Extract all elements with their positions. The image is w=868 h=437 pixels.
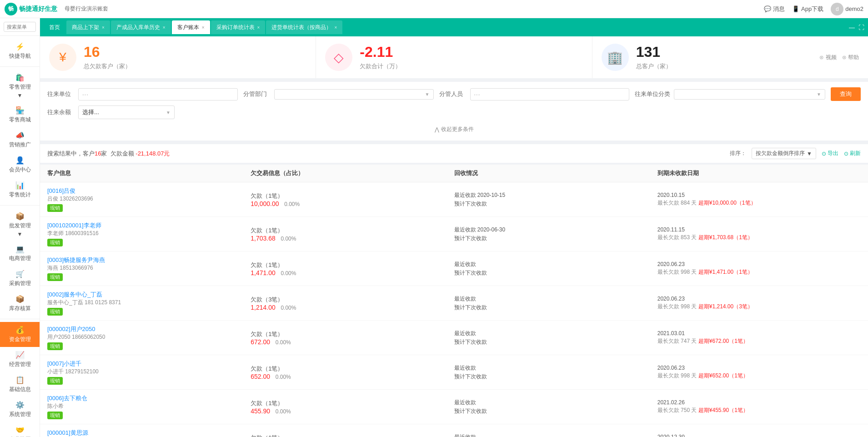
department-select[interactable]: ▼ (274, 89, 434, 100)
app-download-button[interactable]: 📱 App下载 (792, 5, 823, 13)
basic-info-icon: 📋 (15, 376, 25, 384)
customer-name-8[interactable]: [000001]黄思源 (47, 429, 251, 437)
customer-id-5: 用户2050 18665062050 (47, 333, 251, 341)
tab-customer-account-close[interactable]: × (202, 25, 205, 30)
balance-value: 选择... (82, 108, 99, 116)
tab-product-onoff-close[interactable]: × (102, 25, 105, 30)
search-input[interactable] (4, 22, 36, 32)
tab-product-history-close[interactable]: × (163, 25, 166, 30)
sidebar-item-fastnav[interactable]: ⚡ 快捷导航 (0, 39, 40, 64)
customer-name-1[interactable]: [0016]吕俊 (47, 187, 251, 195)
return-cell-1: 最近收款 2020-10-15 预计下次收款 (454, 191, 657, 208)
message-icon: 💬 (764, 5, 771, 12)
return-cell-5: 最近收款 预计下次收款 (454, 330, 657, 346)
sidebar-item-operations[interactable]: 📈 经营管理 (0, 347, 40, 372)
tab-product-history[interactable]: 产成品入库单历史 × (111, 20, 171, 34)
customer-name-3[interactable]: [0003]畅捷服务尹海燕 (47, 256, 251, 264)
tab-product-onoff[interactable]: 商品上下架 × (66, 20, 110, 34)
sort-value: 按欠款金额倒序排序 (756, 150, 805, 157)
wholesale-arrow: ▼ (17, 231, 23, 237)
customer-name-7[interactable]: [0006]去下粮仓 (47, 394, 251, 402)
tab-expand-icon[interactable]: ⛶ (858, 24, 864, 31)
export-button[interactable]: ⊙ 导出 (822, 150, 838, 157)
sort-label: 排序： (730, 150, 746, 157)
sidebar-item-inventory[interactable]: 📦 库存核算 (0, 291, 40, 316)
collapse-button[interactable]: ⋀ 收起更多条件 (435, 126, 474, 133)
overdue-link-6[interactable]: 超期¥652.00（1笔） (698, 372, 748, 379)
sidebar-item-collab[interactable]: 🤝 企业协同 (0, 422, 40, 437)
inventory-label: 库存核算 (9, 305, 31, 312)
debt-ratio-2: 0.00% (281, 236, 296, 242)
sidebar-item-purchase[interactable]: 🛒 采购管理 (0, 266, 40, 291)
sidebar-item-wholesale[interactable]: 📦 批发管理 ▼ (0, 208, 40, 241)
overdue-link-5[interactable]: 超期¥672.00（1笔） (698, 338, 748, 344)
retail-stats-label: 零售统计 (9, 191, 31, 199)
overdue-link-2[interactable]: 超期¥1,703.68（1笔） (698, 234, 753, 241)
fastnav-icon: ⚡ (15, 42, 25, 51)
next-collect-3: 预计下次收款 (454, 269, 657, 277)
overdue-link-4[interactable]: 超期¥1,214.00（3笔） (698, 303, 753, 310)
sidebar-item-basic-info[interactable]: 📋 基础信息 (0, 372, 40, 397)
message-button[interactable]: 💬 消息 (764, 5, 785, 13)
overdue-link-7[interactable]: 超期¥455.90（1笔） (698, 407, 748, 413)
wholesale-icon: 📦 (15, 212, 25, 221)
tab-purchase-stats-close[interactable]: × (257, 25, 260, 30)
tab-bar-right: — ⛶ (849, 24, 864, 31)
tab-incoming-stats[interactable]: 进货单统计表（按商品） × (266, 20, 342, 34)
tab-collapse-icon[interactable]: — (849, 24, 855, 31)
overdue-days-4: 最长欠款 998 天 超期¥1,214.00（3笔） (657, 303, 861, 311)
customer-name-4[interactable]: [0002]服务中心_丁磊 (47, 291, 251, 299)
tab-purchase-stats[interactable]: 采购订单统计表 × (211, 20, 266, 34)
debt-desc-4: 欠款（3笔） (251, 296, 454, 304)
sidebar-search[interactable] (0, 18, 40, 36)
customer-name-6[interactable]: [0007]小进千 (47, 360, 251, 368)
sidebar-item-member[interactable]: 👤 会员中心 (0, 152, 40, 177)
sidebar-item-retail-mall[interactable]: 🏪 零售商城 (0, 102, 40, 127)
sidebar-item-ecommerce[interactable]: 💻 电商管理 (0, 241, 40, 266)
video-link[interactable]: ⊙ 视频 (819, 54, 836, 61)
sidebar-item-system[interactable]: ⚙️ 系统管理 (0, 397, 40, 422)
sort-select[interactable]: 按欠款金额倒序排序 ▼ (752, 148, 816, 159)
customer-name-2[interactable]: [0001020001]李老师 (47, 221, 251, 230)
tab-bar: 首页 商品上下架 × 产成品入库单历史 × 客户账本 × 采购订单统计表 × (40, 18, 868, 36)
overdue-cell-2: 2020.11.15 最长欠款 853 天 超期¥1,703.68（1笔） (657, 226, 861, 241)
sidebar-item-retail-manage[interactable]: 🛍️ 零售管理 ▼ (0, 70, 40, 102)
table-header: 客户信息 欠交易信息（占比） 回收情况 到期未收款日期 (40, 165, 868, 182)
col-return-status: 回收情况 (454, 169, 657, 177)
balance-select[interactable]: 选择... ▼ (78, 105, 175, 119)
customer-badge-4: 现销 (47, 308, 63, 316)
filter-row-1: 往来单位 ··· 分管部门 ▼ (47, 87, 861, 101)
customer-name-5[interactable]: [000002]用户2050 (47, 325, 251, 333)
next-collect-7: 预计下次收款 (454, 407, 657, 415)
mall-icon: 🏪 (15, 106, 25, 115)
debt-desc-5: 欠款（1笔） (251, 330, 454, 338)
tab-home[interactable]: 首页 (44, 20, 65, 34)
sidebar-item-finance[interactable]: 💰 资金管理 (0, 322, 40, 347)
debt-cell-2: 欠款（1笔） 1,703.68 0.00% (251, 226, 454, 242)
last-collect-3: 最近收款 (454, 261, 657, 268)
col-customer-info: 客户信息 (47, 169, 251, 177)
debt-amount-6: 652.00 (251, 373, 270, 380)
tab-incoming-stats-close[interactable]: × (334, 25, 337, 30)
overdue-link-1[interactable]: 超期¥10,000.00（1笔） (698, 200, 756, 206)
due-date-5: 2021.03.01 (657, 330, 861, 337)
query-button[interactable]: 查询 (831, 87, 861, 101)
person-input[interactable]: ··· (470, 88, 630, 100)
debt-amount-4: 1,214.00 (251, 304, 276, 311)
logo[interactable]: 畅 畅捷通好生意 (5, 3, 57, 15)
refresh-button[interactable]: ⊙ 刷新 (844, 150, 861, 157)
help-link[interactable]: ⊙ 帮助 (842, 54, 859, 61)
user-menu[interactable]: d demo2 (831, 3, 863, 15)
sidebar-item-marketing[interactable]: 📣 营销推广 (0, 127, 40, 152)
tab-customer-account[interactable]: 客户账本 × (172, 20, 210, 34)
retail-stats-icon: 📊 (15, 181, 25, 190)
overdue-link-3[interactable]: 超期¥1,471.00（1笔） (698, 269, 753, 275)
debt-cell-6: 欠款（1笔） 652.00 0.00% (251, 365, 454, 380)
sidebar-item-retail-stats[interactable]: 📊 零售统计 (0, 177, 40, 202)
summary-card-total-customers: 🏢 131 总客户（家） ⊙ 视频 ⊙ 帮助 (592, 36, 868, 78)
debtors-label: 总欠款客户（家） (84, 62, 131, 70)
from-unit-input[interactable]: ··· (78, 88, 238, 100)
customer-cell-8: [000001]黄思源 黄思源 13552700226 现销 (47, 429, 251, 437)
unit-type-select[interactable]: ▼ (674, 89, 825, 100)
inventory-icon: 📦 (15, 295, 25, 303)
